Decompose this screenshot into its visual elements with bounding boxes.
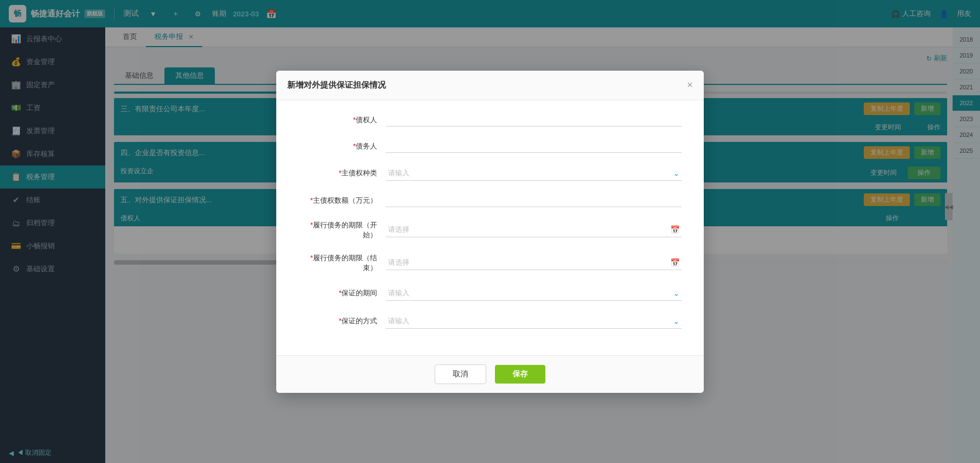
save-button[interactable]: 保存 [495,365,545,384]
date-start-text: 请选择 [388,225,409,235]
cancel-button[interactable]: 取消 [435,364,486,384]
date-end-text: 请选择 [388,258,409,267]
label-amount: *主债权数额（万元） [298,196,386,205]
select-guarantee-period[interactable]: 请输入 ⌄ [386,286,682,301]
form-row-debtor: *债务人 [298,140,682,153]
form-row-end-date: *履行债务的期限（结束） 请选择 📅 [298,253,682,273]
select-guarantee-period-text: 请输入 [388,288,409,298]
form-row-creditor: *债权人 [298,113,682,127]
modal-body: *债权人 *债务人 *主债权种类 请输入 ⌄ [276,100,704,355]
label-guarantee-method: *保证的方式 [298,316,386,326]
form-row-start-date: *履行债务的期限（开始） 请选择 📅 [298,220,682,240]
label-guarantee-period: *保证的期间 [298,288,386,298]
input-amount[interactable] [386,194,682,207]
label-debtor: *债务人 [298,141,386,151]
modal-title: 新增对外提供保证担保情况 [287,80,386,90]
label-debt-type: *主债权种类 [298,168,386,178]
label-end-date: *履行债务的期限（结束） [298,253,386,273]
label-start-date: *履行债务的期限（开始） [298,220,386,240]
label-creditor: *债权人 [298,115,386,125]
chevron-down-icon-8: ⌄ [673,317,680,325]
input-creditor[interactable] [386,113,682,127]
form-row-amount: *主债权数额（万元） [298,194,682,207]
chevron-down-icon-3: ⌄ [673,169,680,178]
calendar-icon-end: 📅 [670,258,680,267]
select-debt-type[interactable]: 请输入 ⌄ [386,166,682,181]
input-debtor[interactable] [386,140,682,153]
form-row-debt-type: *主债权种类 请输入 ⌄ [298,166,682,181]
modal-dialog: 新增对外提供保证担保情况 × *债权人 *债务人 *主债权种类 [276,71,704,393]
modal-header: 新增对外提供保证担保情况 × [276,71,704,100]
date-end[interactable]: 请选择 📅 [386,255,682,270]
modal-footer: 取消 保存 [276,355,704,393]
form-row-guarantee-period: *保证的期间 请输入 ⌄ [298,286,682,301]
form-row-guarantee-method: *保证的方式 请输入 ⌄ [298,314,682,329]
select-guarantee-method[interactable]: 请输入 ⌄ [386,314,682,329]
modal-close-btn[interactable]: × [687,79,693,91]
select-debt-type-text: 请输入 [388,168,409,178]
modal-overlay: 新增对外提供保证担保情况 × *债权人 *债务人 *主债权种类 [0,0,980,463]
date-start[interactable]: 请选择 📅 [386,222,682,237]
calendar-icon-start: 📅 [670,225,680,234]
select-guarantee-method-text: 请输入 [388,316,409,326]
chevron-down-icon-7: ⌄ [673,289,680,298]
